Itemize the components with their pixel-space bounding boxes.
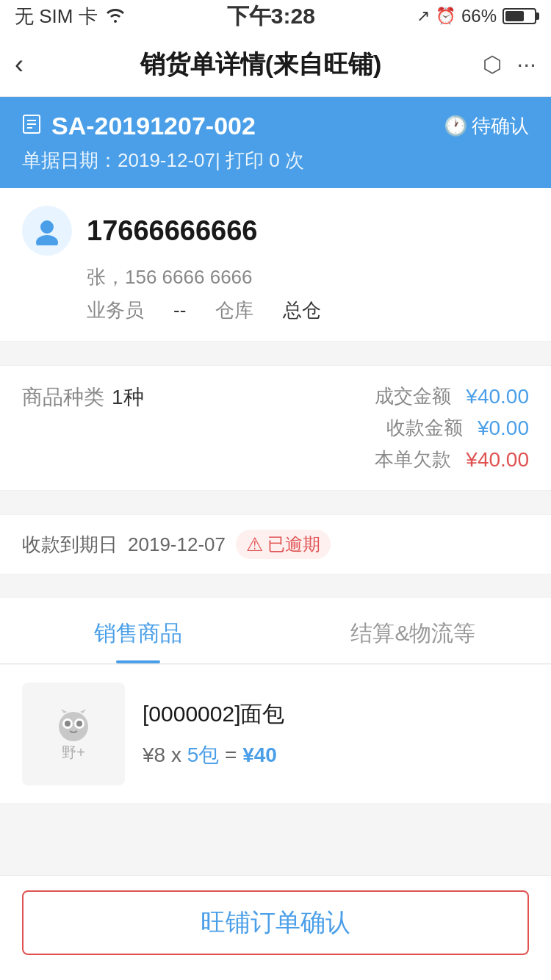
product-type-label: 商品种类 <box>22 383 104 411</box>
overdue-icon: ⚠ <box>246 533 263 556</box>
battery-icon <box>503 8 536 24</box>
svg-point-10 <box>76 721 82 727</box>
price-unit: ¥8 <box>143 743 165 766</box>
share-icon[interactable]: ⬡ <box>483 51 502 77</box>
page-title: 销货单详情(来自旺铺) <box>59 48 463 82</box>
more-icon[interactable]: ··· <box>516 51 536 78</box>
sales-value: -- <box>173 299 186 322</box>
multiply-sign: x <box>171 743 187 766</box>
customer-meta: 业务员 -- 仓库 总仓 <box>87 298 529 323</box>
due-label: 收款到期日 <box>22 532 118 558</box>
sales-label: 业务员 <box>87 298 144 323</box>
confirm-order-button[interactable]: 旺铺订单确认 <box>22 890 529 955</box>
summary-row: 商品种类 1种 成交金额 ¥40.00 收款金额 ¥0.00 本单欠款 ¥40.… <box>22 383 529 472</box>
divider-1 <box>0 342 551 353</box>
nav-actions: ⬡ ··· <box>463 51 536 78</box>
amount-deal: 成交金额 ¥40.00 <box>375 383 529 409</box>
due-date: 2019-12-07 <box>128 533 226 556</box>
overdue-text: 已逾期 <box>267 533 320 556</box>
product-info: [0000002]面包 ¥8 x 5包 = ¥40 <box>143 699 529 769</box>
amount-owed: 本单欠款 ¥40.00 <box>375 447 529 472</box>
deal-value: ¥40.00 <box>466 385 529 408</box>
status-time: 下午3:28 <box>227 1 315 32</box>
status-right: ↗ ⏰ 66% <box>417 6 536 26</box>
summary-left: 商品种类 1种 <box>22 383 144 411</box>
svg-point-6 <box>59 712 88 741</box>
amount-received: 收款金额 ¥0.00 <box>386 415 529 441</box>
order-date: 单据日期：2019-12-07| 打印 0 次 <box>22 148 529 173</box>
tabs-section: 销售商品 结算&物流等 <box>0 598 551 664</box>
customer-row: 17666666666 <box>22 206 529 256</box>
status-left: 无 SIM 卡 <box>15 4 126 29</box>
order-status: 🕐 待确认 <box>444 113 529 139</box>
order-banner-top: SA-20191207-002 🕐 待确认 <box>22 112 529 140</box>
carrier-text: 无 SIM 卡 <box>15 4 98 29</box>
bottom-bar: 旺铺订单确认 <box>0 875 551 980</box>
tabs-row: 销售商品 结算&物流等 <box>0 598 551 663</box>
customer-section: 17666666666 张，156 6666 6666 业务员 -- 仓库 总仓 <box>0 188 551 342</box>
svg-point-4 <box>40 220 54 234</box>
received-label: 收款金额 <box>386 415 463 441</box>
product-price: ¥8 x 5包 = ¥40 <box>143 741 529 769</box>
svg-marker-12 <box>80 709 86 713</box>
tab-products[interactable]: 销售商品 <box>0 598 276 663</box>
received-value: ¥0.00 <box>478 417 529 440</box>
divider-2 <box>0 491 551 502</box>
wifi-icon <box>105 5 126 28</box>
back-button[interactable]: ‹ <box>15 49 59 80</box>
warehouse-value: 总仓 <box>283 298 321 323</box>
overdue-badge: ⚠ 已逾期 <box>236 530 331 559</box>
due-section: 收款到期日 2019-12-07 ⚠ 已逾期 <box>0 514 551 574</box>
product-thumbnail: 野+ <box>22 682 125 785</box>
thumb-inner: 野+ <box>48 706 99 763</box>
svg-marker-11 <box>61 709 67 713</box>
customer-detail: 张，156 6666 6666 <box>87 264 529 290</box>
order-id: SA-20191207-002 <box>22 112 256 140</box>
summary-right: 成交金额 ¥40.00 收款金额 ¥0.00 本单欠款 ¥40.00 <box>375 383 529 472</box>
status-clock-icon: 🕐 <box>444 115 467 137</box>
status-bar: 无 SIM 卡 下午3:28 ↗ ⏰ 66% <box>0 0 551 32</box>
avatar <box>22 206 72 256</box>
divider-3 <box>0 574 551 586</box>
order-icon <box>22 112 44 140</box>
tab-settlement[interactable]: 结算&物流等 <box>276 598 551 663</box>
product-name: [0000002]面包 <box>143 699 529 729</box>
owed-label: 本单欠款 <box>375 447 451 472</box>
order-banner: SA-20191207-002 🕐 待确认 单据日期：2019-12-07| 打… <box>0 97 551 188</box>
nav-bar: ‹ 销货单详情(来自旺铺) ⬡ ··· <box>0 32 551 97</box>
svg-point-9 <box>65 721 71 727</box>
battery-percent: 66% <box>461 6 497 26</box>
equals-sign: = <box>225 743 242 766</box>
product-row: 野+ [0000002]面包 ¥8 x 5包 = ¥40 <box>22 682 529 785</box>
summary-section: 商品种类 1种 成交金额 ¥40.00 收款金额 ¥0.00 本单欠款 ¥40.… <box>0 365 551 491</box>
alarm-icon: ⏰ <box>436 7 455 26</box>
customer-phone: 17666666666 <box>87 215 257 247</box>
product-type-value: 1种 <box>112 383 144 411</box>
warehouse-label: 仓库 <box>215 298 253 323</box>
deal-label: 成交金额 <box>375 383 451 409</box>
thumb-brand: 野+ <box>62 743 85 763</box>
product-total: ¥40 <box>242 743 277 766</box>
svg-point-5 <box>36 235 58 245</box>
product-section: 野+ [0000002]面包 ¥8 x 5包 = ¥40 <box>0 665 551 803</box>
owed-value: ¥40.00 <box>466 448 529 472</box>
product-qty: 5包 <box>187 743 220 766</box>
location-icon: ↗ <box>417 7 430 26</box>
